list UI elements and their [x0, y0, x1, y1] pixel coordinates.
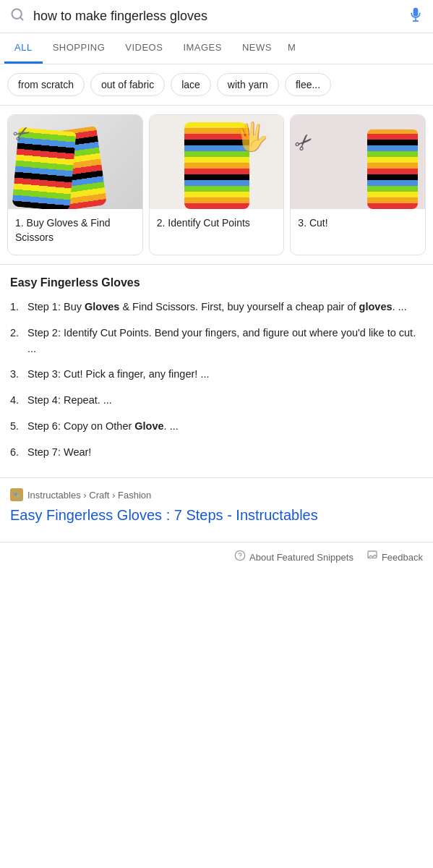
bold-gloves: Gloves: [85, 301, 119, 312]
card-image-1: ✂: [8, 115, 142, 209]
source-favicon: 🔧: [10, 488, 23, 501]
image-card-1[interactable]: ✂ 1. Buy Gloves & Find Scissors: [7, 114, 143, 255]
about-snippets-button[interactable]: About Featured Snippets: [234, 550, 353, 564]
snippet-step-5: 5. Step 6: Copy on Other Glove. ...: [10, 419, 423, 435]
image-card-3[interactable]: ✂ 3. Cut!: [290, 114, 426, 255]
card-label-3: 3. Cut!: [291, 209, 425, 241]
card-label-1: 1. Buy Gloves & Find Scissors: [8, 209, 142, 255]
search-query[interactable]: how to make fingerless gloves: [33, 9, 400, 24]
snippet-step-2: 2. Step 2: Identify Cut Points. Bend you…: [10, 326, 423, 357]
image-cards-row: ✂ 1. Buy Gloves & Find Scissors 🖐 2. Ide…: [0, 106, 433, 265]
featured-snippet: Easy Fingerless Gloves 1. Step 1: Buy Gl…: [0, 265, 433, 478]
image-card-2[interactable]: 🖐 2. Identify Cut Points: [149, 114, 285, 255]
nav-tabs: ALL SHOPPING VIDEOS IMAGES NEWS M: [0, 33, 433, 64]
filter-chips: from scratch out of fabric lace with yar…: [0, 64, 433, 106]
tab-shopping[interactable]: SHOPPING: [43, 33, 116, 64]
tab-news[interactable]: NEWS: [232, 33, 282, 64]
chip-with-yarn[interactable]: with yarn: [217, 73, 279, 96]
svg-line-1: [20, 17, 23, 20]
chip-from-scratch[interactable]: from scratch: [7, 73, 85, 96]
card-image-3: ✂: [291, 115, 425, 209]
result-link[interactable]: Easy Fingerless Gloves : 7 Steps - Instr…: [0, 504, 433, 536]
source-breadcrumb: Instructables › Craft › Fashion: [27, 490, 151, 501]
snippet-step-6: 6. Step 7: Wear!: [10, 445, 423, 461]
card-image-2: 🖐: [150, 115, 284, 209]
question-icon: [234, 550, 246, 564]
search-bar: how to make fingerless gloves: [0, 0, 433, 33]
about-snippets-label: About Featured Snippets: [249, 552, 353, 563]
feedback-button[interactable]: Feedback: [366, 550, 423, 564]
feedback-label: Feedback: [382, 552, 423, 563]
snippet-title: Easy Fingerless Gloves: [10, 276, 423, 289]
snippet-step-1: 1. Step 1: Buy Gloves & Find Scissors. F…: [10, 299, 423, 315]
card-label-2: 2. Identify Cut Points: [150, 209, 284, 241]
snippet-step-3: 3. Step 3: Cut! Pick a finger, any finge…: [10, 367, 423, 383]
chip-flee[interactable]: flee...: [285, 73, 331, 96]
bold-glove: Glove: [134, 420, 163, 432]
tab-more[interactable]: M: [282, 33, 301, 64]
tab-videos[interactable]: VIDEOS: [115, 33, 173, 64]
feedback-icon: [366, 550, 378, 564]
chip-out-of-fabric[interactable]: out of fabric: [90, 73, 165, 96]
snippet-step-4: 4. Step 4: Repeat. ...: [10, 393, 423, 409]
chip-lace[interactable]: lace: [171, 73, 211, 96]
tab-all[interactable]: ALL: [4, 33, 43, 64]
snippet-list: 1. Step 1: Buy Gloves & Find Scissors. F…: [10, 299, 423, 460]
tab-images[interactable]: IMAGES: [173, 33, 232, 64]
search-icon: [10, 7, 25, 25]
bold-gloves2: gloves: [359, 301, 393, 312]
source-line: 🔧 Instructables › Craft › Fashion: [0, 478, 433, 504]
mic-icon[interactable]: [408, 7, 423, 25]
footer-bar: About Featured Snippets Feedback: [0, 542, 433, 571]
